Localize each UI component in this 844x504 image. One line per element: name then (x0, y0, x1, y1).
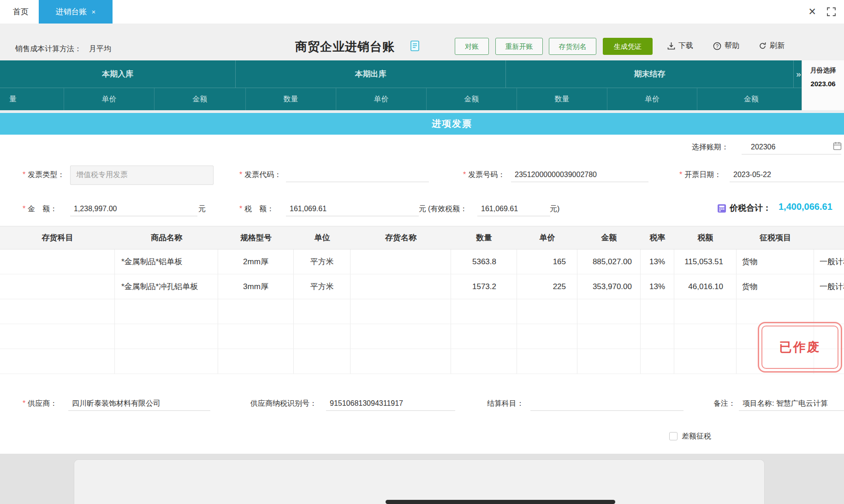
table-cell[interactable]: 353,970.00 (577, 274, 641, 299)
table-cell (0, 299, 115, 324)
table-cell[interactable]: 3mm厚 (218, 274, 294, 299)
table-cell[interactable]: 1573.2 (451, 274, 517, 299)
generate-voucher-button[interactable]: 生成凭证 (603, 38, 653, 55)
supplier-tax-id-input[interactable]: 915106813094311917 (326, 397, 455, 411)
table-cell (115, 349, 218, 374)
table-cell[interactable] (0, 249, 115, 274)
cost-method-value[interactable]: 月平均 (89, 44, 111, 54)
svg-text:?: ? (716, 43, 719, 48)
refresh-button[interactable]: 刷新 (759, 41, 785, 51)
tax-value: 161,069.61 (290, 205, 327, 213)
cost-method: 销售成本计算方法： 月平均 (15, 44, 111, 54)
tax-input[interactable]: 161,069.61 (286, 202, 419, 216)
effective-tax-input[interactable]: 161,069.61 (477, 202, 550, 216)
table-cell (814, 299, 844, 324)
table-cell[interactable]: 一般计税 (814, 249, 844, 274)
col-quantity: 数量 (246, 88, 336, 110)
table-cell[interactable]: 165 (517, 249, 577, 274)
ledger-table-header: 本期入库 本期出库 期末结存 » 量 单价 金额 数量 单价 金额 数量 单价 … (0, 60, 844, 110)
table-cell (218, 324, 294, 349)
download-button[interactable]: 下载 (667, 41, 693, 51)
table-cell (641, 299, 674, 324)
table-cell[interactable] (351, 249, 451, 274)
stock-alias-button[interactable]: 存货别名 (549, 38, 596, 55)
table-cell[interactable]: 115,053.51 (674, 249, 737, 274)
column-header: 计税方式 (814, 226, 844, 249)
col-unit-price: 单价 (607, 88, 697, 110)
remark-input[interactable]: 项目名称: 智慧广电云计算 (739, 397, 844, 411)
table-cell (351, 324, 451, 349)
period-input[interactable]: 202306 (742, 140, 841, 154)
tab-home[interactable]: 首页 (6, 0, 35, 24)
page-background (0, 454, 844, 504)
column-header: 数量 (451, 226, 517, 249)
tab-close-icon[interactable]: × (92, 8, 96, 15)
settlement-account-input[interactable] (530, 397, 684, 411)
table-cell (218, 299, 294, 324)
fullscreen-icon[interactable] (827, 7, 836, 16)
diff-tax-label: 差额征税 (682, 430, 711, 442)
table-cell (294, 324, 351, 349)
remark-value: 项目名称: 智慧广电云计算 (743, 399, 828, 407)
supplier-tax-id-value: 915106813094311917 (330, 399, 403, 407)
table-cell[interactable]: 2mm厚 (218, 249, 294, 274)
invoice-date-input[interactable]: 2023-05-22 (730, 168, 844, 182)
period-value: 202306 (751, 143, 775, 151)
download-icon (667, 42, 675, 50)
diff-tax-checkbox[interactable] (669, 432, 678, 440)
amount-input[interactable]: 1,238,997.00 (70, 202, 197, 216)
table-cell[interactable] (351, 274, 451, 299)
reconcile-button[interactable]: 对账 (455, 38, 489, 55)
invoice-type-input[interactable]: 增值税专用发票 (70, 166, 214, 185)
calendar-icon[interactable] (833, 142, 842, 152)
close-icon[interactable]: × (808, 6, 816, 18)
table-cell[interactable]: *金属制品*冲孔铝单板 (115, 274, 218, 299)
document-icon[interactable] (410, 41, 419, 53)
table-cell[interactable]: 平方米 (294, 249, 351, 274)
table-cell[interactable]: 平方米 (294, 274, 351, 299)
table-cell[interactable]: 46,016.10 (674, 274, 737, 299)
download-label: 下载 (678, 41, 693, 51)
table-cell[interactable]: 885,027.00 (577, 249, 641, 274)
effective-tax-value: 161,069.61 (481, 205, 518, 213)
help-button[interactable]: ? 帮助 (713, 41, 739, 51)
table-cell[interactable]: 5363.8 (451, 249, 517, 274)
table-cell[interactable] (0, 274, 115, 299)
table-cell[interactable]: 一般计税 (814, 274, 844, 299)
col-amount: 金额 (427, 88, 517, 110)
table-cell[interactable]: 货物 (737, 274, 814, 299)
supplier-tax-id-label: 供应商纳税识别号： (250, 397, 317, 410)
invoice-number-label-text: 发票号码： (468, 171, 505, 178)
column-header: 金额 (577, 226, 641, 249)
col-group-inbound: 本期入库 (0, 60, 236, 88)
month-selector-label: 月份选择 (802, 66, 844, 75)
tab-ledger[interactable]: 进销台账 × (39, 0, 113, 24)
supplier-value: 四川昕泰装饰材料有限公司 (72, 399, 160, 407)
tax-label: *税 额： (239, 202, 274, 216)
invoice-number-input[interactable]: 23512000000039002780 (511, 168, 648, 182)
col-group-outbound: 本期出库 (236, 60, 506, 88)
period-label: 选择账期： (692, 140, 729, 154)
tab-ledger-label: 进销台账 (56, 6, 87, 17)
table-cell (115, 324, 218, 349)
reopen-button[interactable]: 重新开账 (495, 38, 543, 55)
table-cell (351, 349, 451, 374)
table-cell[interactable]: 13% (641, 249, 674, 274)
invoice-code-input[interactable] (286, 168, 429, 182)
calculator-icon (718, 204, 726, 214)
table-cell (641, 349, 674, 374)
table-cell[interactable]: 225 (517, 274, 577, 299)
table-cell[interactable]: 13% (641, 274, 674, 299)
table-cell[interactable]: *金属制品*铝单板 (115, 249, 218, 274)
table-cell[interactable]: 货物 (737, 249, 814, 274)
invoice-empty-row (0, 349, 844, 374)
month-selector-value[interactable]: 2023.06 (802, 80, 844, 88)
page-header: 销售成本计算方法： 月平均 商贸企业进销台账 对账 重新开账 存货别名 生成凭证… (0, 24, 844, 60)
invoice-code-label: *发票代码： (239, 168, 281, 182)
page-title: 商贸企业进销台账 (257, 39, 433, 55)
table-cell (577, 299, 641, 324)
required-asterisk: * (679, 171, 682, 178)
column-header: 单价 (517, 226, 577, 249)
total-label: 价税合计： (730, 201, 771, 215)
supplier-input[interactable]: 四川昕泰装饰材料有限公司 (68, 397, 210, 411)
